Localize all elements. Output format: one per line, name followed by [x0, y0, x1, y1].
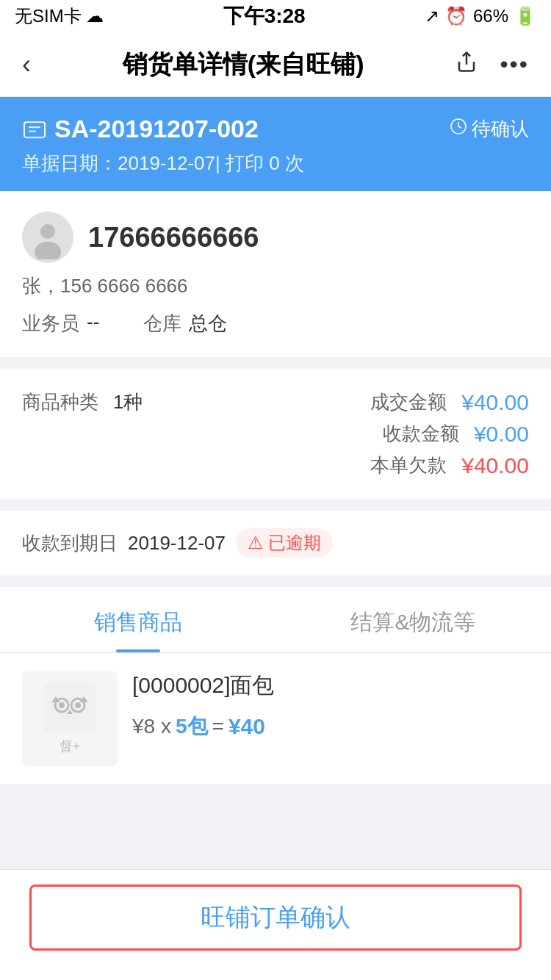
- share-icon[interactable]: [455, 51, 478, 78]
- sales-label: 业务员: [22, 311, 79, 336]
- back-button[interactable]: ‹: [22, 49, 31, 80]
- product-thumbnail: 督+: [22, 671, 118, 766]
- tabs-header: 销售商品 结算&物流等: [0, 587, 551, 653]
- sales-value: --: [87, 311, 99, 336]
- warning-icon: ⚠: [248, 533, 264, 553]
- order-status: 待确认: [450, 116, 529, 142]
- svg-rect-6: [44, 682, 96, 733]
- svg-point-9: [59, 702, 65, 708]
- bottom-bar: 旺铺订单确认: [0, 869, 551, 980]
- debt-value: ¥40.00: [461, 453, 529, 478]
- customer-meta: 业务员 -- 仓库 总仓: [22, 311, 529, 336]
- warehouse-value: 总仓: [189, 311, 227, 336]
- location-icon: ↗: [425, 6, 439, 26]
- debt-label: 本单欠款: [370, 453, 447, 478]
- due-date-value: 2019-12-07: [128, 532, 226, 555]
- sim-status: 无SIM卡 ☁: [15, 4, 104, 28]
- page-title: 销货单详情(来自旺铺): [123, 48, 364, 82]
- due-date-section: 收款到期日 2019-12-07 ⚠ 已逾期: [0, 511, 551, 575]
- product-item: 督+ [0000002]面包 ¥8 x 5包 = ¥40: [0, 653, 551, 784]
- product-type-label: 商品种类: [22, 389, 98, 415]
- svg-point-4: [40, 224, 55, 239]
- tab-sales[interactable]: 销售商品: [0, 587, 276, 652]
- clock-icon: [450, 118, 467, 140]
- product-price: ¥8 x 5包 = ¥40: [132, 713, 529, 741]
- transaction-label: 成交金额: [370, 389, 447, 415]
- nav-bar: ‹ 销货单详情(来自旺铺) •••: [0, 32, 551, 97]
- overdue-badge: ⚠ 已逾期: [236, 528, 333, 558]
- customer-name: 张，156 6666 6666: [22, 273, 529, 299]
- tab-settlement[interactable]: 结算&物流等: [276, 587, 551, 652]
- status-bar: 无SIM卡 ☁ 下午3:28 ↗ ⏰ 66% 🔋: [0, 0, 551, 32]
- price-total: ¥40: [228, 714, 265, 739]
- amounts-section: 成交金额 ¥40.00 收款金额 ¥0.00 本单欠款 ¥40.00: [370, 389, 529, 478]
- status-right: ↗ ⏰ 66% 🔋: [425, 6, 536, 26]
- customer-phone: 17666666666: [88, 222, 259, 253]
- svg-rect-1: [24, 122, 45, 137]
- alarm-icon: ⏰: [445, 6, 467, 26]
- status-left: 无SIM卡 ☁: [15, 4, 104, 28]
- status-time: 下午3:28: [223, 2, 306, 30]
- product-info: [0000002]面包 ¥8 x 5包 = ¥40: [132, 671, 529, 741]
- battery-icon: 🔋: [514, 6, 536, 26]
- equal-sign: =: [212, 715, 224, 738]
- avatar: [22, 212, 73, 263]
- nav-actions: •••: [455, 51, 529, 78]
- customer-section: 17666666666 张，156 6666 6666 业务员 -- 仓库 总仓: [0, 191, 551, 357]
- order-id: SA-20191207-002: [22, 115, 259, 143]
- overdue-text: 已逾期: [268, 531, 321, 555]
- product-type-value: 1种: [113, 389, 143, 415]
- received-label: 收款金额: [383, 421, 459, 447]
- price-qty: 5包: [176, 713, 208, 741]
- received-value: ¥0.00: [474, 422, 529, 447]
- summary-section: 商品种类 1种 成交金额 ¥40.00 收款金额 ¥0.00 本单欠款 ¥40.…: [0, 369, 551, 499]
- tabs-section: 销售商品 结算&物流等: [0, 587, 551, 784]
- battery-status: 66%: [473, 6, 508, 26]
- due-label: 收款到期日: [22, 530, 118, 556]
- confirm-order-button[interactable]: 旺铺订单确认: [29, 884, 522, 951]
- price-text: ¥8 x: [132, 715, 171, 738]
- warehouse-label: 仓库: [143, 311, 181, 336]
- brand-label: 督+: [60, 738, 81, 755]
- transaction-value: ¥40.00: [461, 390, 529, 415]
- header-card: SA-20191207-002 待确认 单据日期：2019-12-07| 打印 …: [0, 97, 551, 191]
- header-date: 单据日期：2019-12-07| 打印 0 次: [22, 151, 529, 176]
- product-name: [0000002]面包: [132, 671, 529, 701]
- more-icon[interactable]: •••: [500, 51, 529, 78]
- svg-point-10: [75, 702, 81, 708]
